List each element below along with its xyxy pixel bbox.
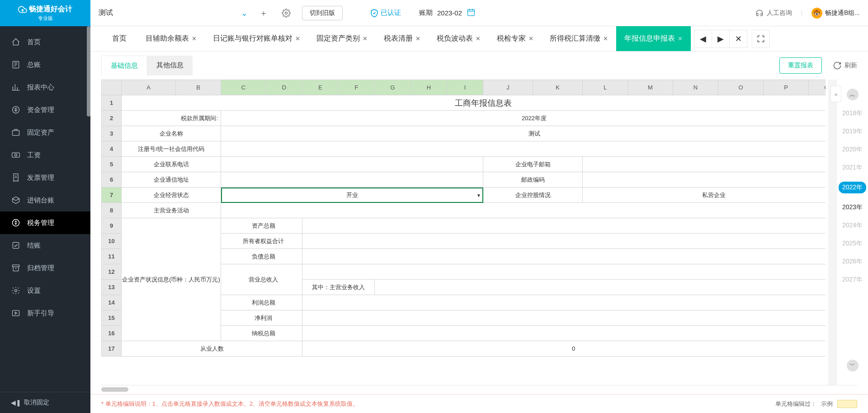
sidebar-item-stock[interactable]: 进销台账 bbox=[0, 189, 90, 211]
sidebar-item-report[interactable]: 报表中心 bbox=[0, 76, 90, 99]
year-item[interactable]: 2025年 bbox=[842, 239, 863, 248]
year-item[interactable]: 2024年 bbox=[842, 221, 863, 230]
tab-tax-trend[interactable]: 税负波动表✕ bbox=[429, 26, 489, 51]
sidebar-item-tax[interactable]: 税务管理 bbox=[0, 211, 90, 234]
tab-home[interactable]: 首页 bbox=[101, 26, 137, 51]
cell[interactable] bbox=[302, 249, 826, 264]
col-header[interactable]: A bbox=[122, 80, 176, 95]
year-collapse-button[interactable]: « bbox=[830, 86, 841, 102]
fullscreen-button[interactable] bbox=[752, 30, 770, 48]
subtab-other[interactable]: 其他信息 bbox=[147, 56, 193, 75]
row-header[interactable]: 4 bbox=[102, 141, 122, 157]
col-header[interactable]: D bbox=[266, 80, 302, 95]
sidebar-item-guide[interactable]: 新手引导 bbox=[0, 302, 90, 324]
sheet-hscroll[interactable] bbox=[101, 385, 857, 394]
col-header[interactable]: N bbox=[673, 80, 718, 95]
sidebar-item-settings[interactable]: 设置 bbox=[0, 279, 90, 302]
close-icon[interactable]: ✕ bbox=[415, 35, 420, 42]
year-item[interactable]: 2020年 bbox=[842, 145, 863, 154]
row-header[interactable]: 13 bbox=[102, 280, 122, 295]
row-header[interactable]: 12 bbox=[102, 264, 122, 280]
row-header[interactable]: 14 bbox=[102, 295, 122, 310]
col-header[interactable]: M bbox=[628, 80, 673, 95]
row-header[interactable]: 17 bbox=[102, 341, 122, 357]
close-icon[interactable]: ✕ bbox=[192, 35, 197, 42]
tab-annual-report[interactable]: 年报信息申报表✕ bbox=[616, 26, 691, 51]
cell[interactable] bbox=[583, 157, 826, 172]
tab-close-all[interactable]: ✕ bbox=[729, 30, 747, 48]
reset-button[interactable]: 重置报表 bbox=[779, 57, 822, 74]
close-icon[interactable]: ✕ bbox=[603, 35, 608, 42]
cell[interactable] bbox=[583, 172, 826, 188]
refresh-button[interactable]: 刷新 bbox=[833, 61, 857, 70]
col-header[interactable]: B bbox=[176, 80, 221, 95]
year-item-active[interactable]: 2022年 bbox=[839, 182, 866, 193]
cell[interactable] bbox=[302, 234, 826, 249]
col-header[interactable]: O bbox=[718, 80, 764, 95]
row-header[interactable]: 5 bbox=[102, 157, 122, 172]
row-header[interactable]: 2 bbox=[102, 111, 122, 126]
row-header[interactable]: 6 bbox=[102, 172, 122, 188]
sidebar-item-home[interactable]: 首页 bbox=[0, 31, 90, 53]
cell[interactable]: 2022年度 bbox=[221, 111, 826, 126]
tab-tax-book[interactable]: 税表清册✕ bbox=[376, 26, 429, 51]
year-down-button[interactable]: ︾ bbox=[847, 360, 859, 371]
close-icon[interactable]: ✕ bbox=[678, 35, 683, 42]
cell[interactable] bbox=[221, 172, 483, 188]
row-header[interactable]: 15 bbox=[102, 310, 122, 326]
tab-income-tax[interactable]: 所得税汇算清缴✕ bbox=[542, 26, 616, 51]
cell[interactable] bbox=[221, 157, 483, 172]
sidebar-item-asset[interactable]: 固定资产 bbox=[0, 121, 90, 144]
col-header[interactable]: K bbox=[533, 80, 583, 95]
col-header[interactable]: H bbox=[411, 80, 447, 95]
col-header[interactable]: E bbox=[302, 80, 339, 95]
close-icon[interactable]: ✕ bbox=[295, 35, 300, 42]
user-menu[interactable]: 🐯 畅捷通B组... bbox=[811, 8, 860, 19]
cell[interactable] bbox=[302, 295, 826, 310]
row-header[interactable]: 16 bbox=[102, 326, 122, 341]
col-header[interactable]: Q bbox=[809, 80, 826, 95]
cell[interactable] bbox=[375, 280, 826, 295]
add-button[interactable]: ＋ bbox=[257, 6, 270, 20]
tab-scroll-left[interactable]: ◀ bbox=[694, 30, 712, 48]
consult-button[interactable]: 人工咨询 bbox=[755, 9, 792, 18]
cell[interactable]: 私营企业 bbox=[583, 188, 826, 203]
row-header[interactable]: 10 bbox=[102, 234, 122, 249]
period-value[interactable]: 2023-02 bbox=[437, 9, 462, 17]
year-item[interactable]: 2021年 bbox=[842, 164, 863, 172]
row-header[interactable]: 8 bbox=[102, 203, 122, 218]
year-item[interactable]: 2026年 bbox=[842, 258, 863, 266]
sheet-vscroll[interactable] bbox=[828, 80, 836, 385]
col-header[interactable]: C bbox=[221, 80, 266, 95]
close-icon[interactable]: ✕ bbox=[476, 35, 481, 42]
row-header[interactable]: 3 bbox=[102, 126, 122, 141]
cell[interactable] bbox=[302, 264, 826, 280]
cell[interactable] bbox=[221, 203, 826, 218]
col-header[interactable]: J bbox=[483, 80, 533, 95]
sidebar-item-salary[interactable]: 工资 bbox=[0, 144, 90, 166]
col-header[interactable]: P bbox=[764, 80, 809, 95]
subtab-basic[interactable]: 基础信息 bbox=[101, 56, 147, 75]
year-up-button[interactable]: ︽ bbox=[847, 89, 859, 100]
sidebar-item-invoice[interactable]: 发票管理 bbox=[0, 166, 90, 189]
col-header[interactable]: L bbox=[583, 80, 628, 95]
tab-asset-cat[interactable]: 固定资产类别✕ bbox=[308, 26, 376, 51]
sidebar-item-ledger[interactable]: 总账 bbox=[0, 53, 90, 76]
cell[interactable] bbox=[302, 326, 826, 341]
sidebar-item-closing[interactable]: 结账 bbox=[0, 234, 90, 257]
dropdown-arrow-icon[interactable]: ▼ bbox=[476, 192, 481, 197]
close-icon[interactable]: ✕ bbox=[363, 35, 368, 42]
calendar-icon[interactable] bbox=[467, 8, 476, 18]
row-header[interactable]: 11 bbox=[102, 249, 122, 264]
unpin-button[interactable]: ◀❚ 取消固定 bbox=[0, 392, 90, 413]
year-item[interactable]: 2023年 bbox=[842, 203, 863, 211]
row-header[interactable]: 7 bbox=[102, 188, 122, 203]
col-header[interactable]: I bbox=[447, 80, 483, 95]
sidebar-scrollbar[interactable] bbox=[87, 26, 90, 117]
tab-tax-expert[interactable]: 税检专家✕ bbox=[489, 26, 542, 51]
tab-journal[interactable]: 日记账与银行对账单核对✕ bbox=[205, 26, 308, 51]
corner-cell[interactable] bbox=[102, 80, 122, 95]
close-icon[interactable]: ✕ bbox=[528, 35, 533, 42]
gear-button[interactable] bbox=[279, 6, 293, 20]
switch-version-button[interactable]: 切到旧版 bbox=[302, 6, 343, 20]
